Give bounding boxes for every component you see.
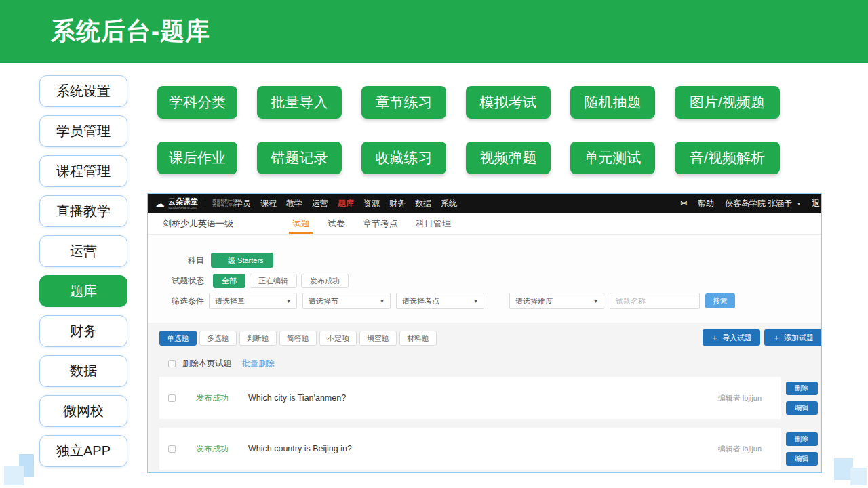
nav-item-student[interactable]: 学员 [235,198,251,209]
point-select[interactable]: 请选择考点 ▼ [396,293,484,309]
bulk-delete-link[interactable]: 批量删除 [242,358,275,369]
qtype-short-answer[interactable]: 简答题 [279,331,317,346]
section-select[interactable]: 请选择节 ▼ [302,293,391,309]
account-menu[interactable]: 侠客岛学院 张涵予 ▼ [725,198,801,209]
sidebar-item-data[interactable]: 数据 [39,355,127,387]
feature-random-draw[interactable]: 随机抽题 [570,86,655,119]
feature-video-popup-question[interactable]: 视频弹题 [466,142,551,174]
subject-row: 科目 一级 Starters [148,253,273,268]
qtype-single-choice[interactable]: 单选题 [159,331,197,346]
tab-papers[interactable]: 试卷 [328,213,345,234]
feature-favorite-practice[interactable]: 收藏练习 [361,142,446,174]
feature-image-video-question[interactable]: 图片/视频题 [675,86,780,119]
difficulty-select[interactable]: 请选择难度 ▼ [509,293,604,309]
question-text: Which city is Tian'anmen? [248,393,346,403]
sidebar-item-live-teaching[interactable]: 直播教学 [39,195,127,227]
decorative-square [4,466,24,485]
status-badge: 发布成功 [196,392,229,404]
cloud-logo-icon: ☁ [155,199,165,209]
feature-subject-category[interactable]: 学科分类 [157,86,237,119]
add-question-label: 添加试题 [784,333,814,343]
tab-subject-mgmt[interactable]: 科目管理 [416,213,451,234]
status-label: 试题状态 [148,275,204,287]
delete-button[interactable]: 删除 [786,432,818,446]
edit-button[interactable]: 编辑 [786,401,818,415]
tab-questions[interactable]: 试题 [292,213,310,234]
chapter-select-value: 请选择章 [215,296,245,306]
point-select-value: 请选择考点 [402,296,439,306]
sidebar-item-question-bank[interactable]: 题库 [39,275,127,307]
app-logo[interactable]: ☁ 云朵课堂 yunduoketang.com 教育机构一站 式服务云平台 [155,198,237,209]
import-questions-button[interactable]: ＋ 导入试题 [703,329,760,346]
qtype-material[interactable]: 材料题 [399,331,437,346]
subject-label: 科目 [148,255,204,266]
chapter-select[interactable]: 请选择章 ▼ [209,293,297,309]
nav-item-teaching[interactable]: 教学 [286,198,302,209]
sidebar-item-operations[interactable]: 运营 [39,235,127,267]
subject-tag[interactable]: 一级 Starters [211,253,273,268]
tab-chapter-points[interactable]: 章节考点 [363,213,398,234]
status-row: 试题状态 全部 正在编辑 发布成功 [148,274,349,288]
feature-unit-test[interactable]: 单元测试 [570,142,655,174]
app-nav-menu: 学员 课程 教学 运营 题库 资源 财务 数据 系统 [235,194,457,213]
logout-link[interactable]: 退 [812,198,820,209]
feature-homework[interactable]: 课后作业 [157,142,237,174]
question-text: Which country is Beijing in? [248,444,352,453]
nav-item-course[interactable]: 课程 [260,198,277,209]
row-checkbox[interactable] [168,394,176,402]
delete-button[interactable]: 删除 [786,382,818,395]
account-name: 侠客岛学院 张涵予 [725,198,792,209]
row-checkbox[interactable] [168,445,176,453]
question-name-input[interactable] [610,293,700,309]
status-badge: 发布成功 [196,443,229,455]
qtype-indefinite[interactable]: 不定项 [319,331,357,346]
sidebar-item-finance[interactable]: 财务 [39,315,127,347]
logo-tagline-line1: 教育机构一站 [212,199,237,204]
nav-item-system[interactable]: 系统 [441,198,457,209]
sidebar: 系统设置 学员管理 课程管理 直播教学 运营 题库 财务 数据 微网校 独立AP… [39,75,127,467]
select-all-checkbox[interactable] [168,360,176,367]
sidebar-item-standalone-app[interactable]: 独立APP [39,435,127,467]
condition-label: 筛选条件 [148,296,204,307]
sidebar-item-course-mgmt[interactable]: 课程管理 [39,155,127,187]
difficulty-select-value: 请选择难度 [515,296,553,306]
decorative-square [850,468,867,485]
condition-row: 筛选条件 请选择章 ▼ 请选择节 ▼ 请选择考点 ▼ 请选择难度 ▼ 搜索 [148,293,735,309]
question-row: 发布成功 Which city is Tian'anmen? 编辑者 lbjij… [159,377,822,419]
nav-item-finance[interactable]: 财务 [389,198,406,209]
qtype-fill-blank[interactable]: 填空题 [359,331,397,346]
status-option-published[interactable]: 发布成功 [301,274,349,288]
status-option-editing[interactable]: 正在编辑 [250,274,297,288]
feature-audio-video-analysis[interactable]: 音/视频解析 [675,142,780,174]
feature-batch-import[interactable]: 批量导入 [257,86,342,119]
sidebar-item-system-settings[interactable]: 系统设置 [39,75,127,107]
add-question-button[interactable]: ＋ 添加试题 [764,329,822,346]
editor-label: 编辑者 lbjijun [718,393,762,403]
subnav-tabs: 试题 试卷 章节考点 科目管理 [292,213,451,234]
nav-item-operation[interactable]: 运营 [312,198,328,209]
edit-button[interactable]: 编辑 [786,452,818,466]
feature-chapter-practice[interactable]: 章节练习 [361,86,446,119]
help-link[interactable]: 帮助 [698,198,714,209]
question-actions: ＋ 导入试题 ＋ 添加试题 [703,329,822,346]
nav-item-question-bank[interactable]: 题库 [338,198,354,209]
status-option-all[interactable]: 全部 [213,274,245,288]
dropdown-arrow-icon: ▼ [380,299,384,304]
delete-page-label: 删除本页试题 [182,358,231,369]
row-actions: 删除 编辑 [781,428,822,470]
sidebar-item-micro-school[interactable]: 微网校 [39,395,127,427]
mail-icon[interactable]: ✉ [680,199,687,208]
feature-mock-exam[interactable]: 模拟考试 [466,86,551,119]
nav-item-data[interactable]: 数据 [415,198,431,209]
feature-row-1: 学科分类 批量导入 章节练习 模拟考试 随机抽题 图片/视频题 [157,86,780,119]
qtype-true-false[interactable]: 判断题 [239,331,277,346]
nav-item-resource[interactable]: 资源 [363,198,380,209]
qtype-multi-choice[interactable]: 多选题 [199,331,237,346]
feature-wrong-question-record[interactable]: 错题记录 [257,142,342,174]
sidebar-item-student-mgmt[interactable]: 学员管理 [39,115,127,147]
dropdown-arrow-icon: ▼ [286,299,291,304]
page-title: 系统后台-题库 [51,15,210,48]
search-button[interactable]: 搜索 [705,293,735,308]
bulk-delete-row: 删除本页试题 批量删除 [168,358,275,369]
logo-divider [205,199,205,208]
